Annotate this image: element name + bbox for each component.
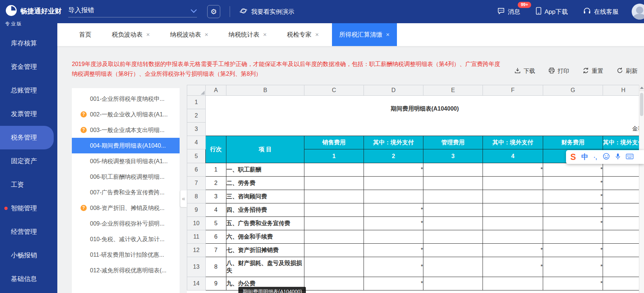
- row-header[interactable]: 1: [187, 96, 206, 109]
- sidebar-item-tax[interactable]: 税务管理: [0, 126, 54, 149]
- select-all-corner[interactable]: [187, 85, 206, 96]
- sheet-cell[interactable]: [304, 190, 364, 203]
- import-error-dropdown[interactable]: 导入报错: [68, 6, 197, 17]
- sheet-cell[interactable]: [603, 203, 644, 217]
- sheet-cell[interactable]: *: [364, 203, 423, 217]
- sidebar-item-funds[interactable]: 资金管理: [0, 55, 57, 79]
- demo-link[interactable]: 我要看实例演示: [239, 7, 294, 17]
- header-col[interactable]: 其中：境外支付: [483, 136, 543, 149]
- report-item-012[interactable]: 012-减免所得税优惠明细表(...: [72, 263, 180, 278]
- line-no-cell[interactable]: 3: [206, 190, 226, 203]
- report-item-009[interactable]: 009-企业所得税弥补亏损明...: [72, 216, 180, 231]
- sheet-cell[interactable]: [543, 230, 603, 244]
- sheet-cell[interactable]: *: [483, 244, 543, 257]
- row-header[interactable]: 3: [187, 123, 206, 136]
- help-icon[interactable]: ?: [81, 111, 87, 117]
- sheet-cell[interactable]: [603, 277, 644, 290]
- header-col-num[interactable]: 4: [483, 149, 543, 163]
- app-download-button[interactable]: App下载: [536, 7, 568, 17]
- sheet-cell[interactable]: [603, 177, 644, 190]
- collapse-panel-button[interactable]: «: [180, 190, 187, 207]
- sheet-cell[interactable]: [603, 190, 644, 203]
- report-item-010[interactable]: 010-免税、减计收入及加计...: [72, 231, 180, 247]
- sheet-cell[interactable]: [304, 217, 364, 230]
- sheet-cell[interactable]: *: [543, 277, 603, 290]
- settings-button[interactable]: ⚙: [207, 5, 220, 18]
- sidebar-item-fixed-assets[interactable]: 固定资产: [0, 149, 57, 173]
- sheet-cell[interactable]: [304, 177, 364, 190]
- row-header[interactable]: 12: [187, 244, 206, 257]
- sheet-cell[interactable]: [483, 177, 543, 190]
- sidebar-item-payroll[interactable]: 工资: [0, 173, 57, 197]
- tab-tax-fluctuation[interactable]: 纳税波动表×: [163, 23, 216, 46]
- row-header[interactable]: 7: [187, 177, 206, 190]
- sheet-cell[interactable]: [483, 203, 543, 217]
- sheet-cell[interactable]: *: [543, 163, 603, 177]
- report-item-006[interactable]: 006-职工薪酬纳税调整明细...: [72, 169, 180, 185]
- help-icon[interactable]: ?: [81, 127, 87, 133]
- sheet-cell[interactable]: *: [364, 257, 423, 277]
- sheet-cell[interactable]: *: [483, 163, 543, 177]
- tab-tax-burden[interactable]: 税负波动表×: [104, 23, 157, 46]
- column-header-d[interactable]: D: [364, 85, 423, 96]
- header-col-num[interactable]: 1: [304, 149, 364, 163]
- sheet-cell[interactable]: [423, 257, 483, 277]
- sheet-cell[interactable]: [423, 277, 483, 290]
- header-col[interactable]: 财务费用: [543, 136, 603, 149]
- close-icon[interactable]: ×: [315, 31, 319, 38]
- header-col-num[interactable]: 2: [364, 149, 423, 163]
- sheet-cell[interactable]: [364, 177, 423, 190]
- sheet-title-cell[interactable]: 期间费用明细表(A104000): [206, 96, 644, 123]
- sheet-cell[interactable]: *: [364, 217, 423, 230]
- item-cell[interactable]: 一、职工薪酬: [226, 163, 304, 177]
- microphone-icon[interactable]: [615, 153, 620, 161]
- sidebar-item-smart-management[interactable]: 智能管理: [0, 197, 57, 220]
- sheet-cell[interactable]: [364, 190, 423, 203]
- item-cell[interactable]: 三、咨询顾问费: [226, 190, 304, 203]
- header-col[interactable]: 其中：境外支付: [603, 136, 644, 149]
- header-line-no[interactable]: 行次: [206, 136, 226, 163]
- column-header-h[interactable]: H: [603, 85, 644, 96]
- row-header[interactable]: 6: [187, 163, 206, 177]
- tab-tax-statistics[interactable]: 纳税统计表×: [221, 23, 274, 46]
- row-header[interactable]: 14: [187, 277, 206, 290]
- report-item-004[interactable]: 004-期间费用明细表(A1040...: [72, 138, 180, 153]
- sheet-cell[interactable]: [304, 277, 364, 290]
- sheet-cell[interactable]: [304, 203, 364, 217]
- ime-language-toggle[interactable]: 中: [581, 152, 588, 162]
- sidebar-item-general-ledger[interactable]: 总账管理: [0, 79, 57, 102]
- ime-punctuation-toggle[interactable]: ·,: [594, 154, 597, 160]
- sheet-cell[interactable]: [423, 163, 483, 177]
- sheet-cell[interactable]: *: [543, 217, 603, 230]
- sheet-cell[interactable]: *: [543, 257, 603, 277]
- sheet-cell[interactable]: [603, 244, 644, 257]
- header-col-num[interactable]: 3: [423, 149, 483, 163]
- close-icon[interactable]: ×: [205, 31, 208, 38]
- refresh-button[interactable]: 刷新: [616, 67, 637, 75]
- sheet-cell[interactable]: [423, 230, 483, 244]
- sheet-cell[interactable]: [483, 277, 543, 290]
- column-header-b[interactable]: B: [226, 85, 304, 96]
- sheet-cell[interactable]: *: [483, 257, 543, 277]
- sheet-cell[interactable]: [304, 163, 364, 177]
- sheet-cell[interactable]: [483, 217, 543, 230]
- sheet-cell[interactable]: [603, 217, 644, 230]
- sheet-cell[interactable]: [483, 190, 543, 203]
- row-header[interactable]: 11: [187, 230, 206, 244]
- sheet-cell[interactable]: [423, 203, 483, 217]
- tab-tax-expert[interactable]: 税检专家×: [280, 23, 326, 46]
- help-icon[interactable]: ?: [81, 205, 87, 211]
- header-col[interactable]: 销售费用: [304, 136, 364, 149]
- sidebar-item-base-info[interactable]: 基础信息: [0, 267, 57, 291]
- report-item-005[interactable]: 005-纳税调整项目明细表(A1...: [72, 153, 180, 169]
- sheet-cell[interactable]: [423, 190, 483, 203]
- row-header[interactable]: 10: [187, 217, 206, 230]
- print-button[interactable]: 打印: [548, 67, 569, 75]
- sheet-cell[interactable]: *: [543, 190, 603, 203]
- report-item-003[interactable]: ?003-一般企业成本支出明细...: [72, 122, 180, 138]
- column-header-g[interactable]: G: [543, 85, 603, 96]
- scrollbar-thumb[interactable]: [640, 93, 643, 116]
- sheet-cell[interactable]: [304, 257, 364, 277]
- report-item-007[interactable]: 007-广告费和业务宣传费跨...: [72, 185, 180, 200]
- line-no-cell[interactable]: 2: [206, 177, 226, 190]
